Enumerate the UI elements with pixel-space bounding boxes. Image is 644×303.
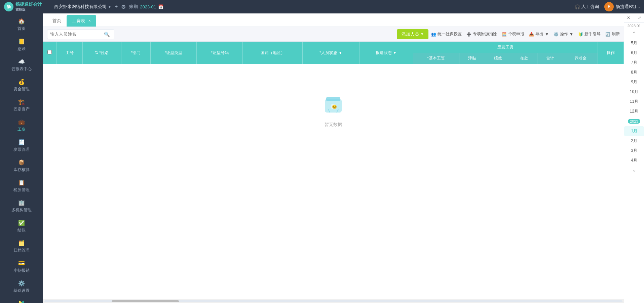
sidebar-item-fund[interactable]: 💰 资金管理 — [0, 75, 43, 95]
chevron-down-icon: ▼ — [108, 5, 111, 9]
toolbar: 🔍 添加人员 ▼ 👥 统一社保设置 ➕ 专项附加扣除 — [43, 27, 624, 42]
sidebar-label-settings: 基础设置 — [13, 288, 30, 294]
month-item-10[interactable]: 10月 — [624, 87, 644, 97]
app-name: 畅捷通好会计 旗舰版 — [15, 1, 42, 12]
add-person-button[interactable]: 添加人员 ▼ — [397, 29, 428, 39]
sidebar-item-ledger[interactable]: 📒 总账 — [0, 35, 43, 55]
month-item-2[interactable]: 2月 — [624, 136, 644, 146]
month-item-8[interactable]: 8月 — [624, 68, 644, 77]
export-icon: 📤 — [529, 32, 534, 37]
sidebar-label-salary: 工资 — [17, 127, 26, 132]
tax-icon: 📋 — [18, 179, 25, 186]
archive-icon: 🗂️ — [18, 240, 25, 246]
sidebar-item-invoice[interactable]: 🧾 发票管理 — [0, 136, 43, 156]
multi-org-icon: 🏢 — [18, 200, 25, 206]
top-bar-right: 🎧 人工咨询 B 畅捷通B组... — [575, 2, 640, 11]
personal-tax-button[interactable]: 🧮 个税申报 — [502, 31, 524, 37]
sidebar-item-inventory[interactable]: 📦 库存核算 — [0, 156, 43, 176]
month-item-5[interactable]: 5月 — [624, 38, 644, 48]
home-icon: 🏠 — [18, 18, 25, 25]
refresh-button[interactable]: 🔄 刷新 — [605, 31, 620, 37]
inventory-icon: 📦 — [18, 159, 25, 166]
sidebar-item-settings[interactable]: ⚙️ 基础设置 — [0, 277, 43, 297]
app-logo: 畅 畅捷通好会计 旗舰版 — [4, 1, 42, 12]
search-input[interactable] — [50, 32, 104, 37]
sidebar-item-cloud-report[interactable]: ☁️ 云报表中心 — [0, 55, 43, 75]
add-button-arrow: ▼ — [420, 32, 424, 36]
svg-text:😐: 😐 — [332, 104, 337, 109]
month-item-4[interactable]: 4月 — [624, 156, 644, 165]
panel-close-button[interactable]: ✕ — [627, 15, 630, 20]
scrollbar-area — [43, 299, 624, 303]
filter-icon2: ▼ — [393, 50, 397, 55]
month-item-11[interactable]: 11月 — [624, 97, 644, 106]
tab-salary-table[interactable]: 工资表 × — [67, 15, 96, 27]
next-year-button[interactable]: ⌄ — [631, 165, 638, 174]
th-deduction: 扣款 — [511, 53, 537, 64]
company-selector[interactable]: 西安虾米网络科技有限公司 ▼ — [54, 4, 111, 10]
scrollbar-track — [44, 300, 622, 302]
calendar-icon[interactable]: 📅 — [158, 4, 163, 9]
scrollbar-thumb[interactable] — [112, 300, 179, 302]
sidebar-label-checkout: 结账 — [17, 227, 26, 233]
month-item-7[interactable]: 7月 — [624, 58, 644, 68]
month-item-6[interactable]: 6月 — [624, 48, 644, 58]
toolbar-actions: 👥 统一社保设置 ➕ 专项附加扣除 🧮 个税申报 📤 导出 ▼ — [431, 31, 620, 37]
sidebar-item-salary[interactable]: 💼 工资 — [0, 116, 43, 136]
sidebar-label-home: 首页 — [17, 26, 26, 32]
th-performance: 绩效 — [485, 53, 511, 64]
export-button[interactable]: 📤 导出 ▼ — [529, 31, 549, 37]
th-actions: 操作 — [598, 42, 623, 64]
ledger-icon: 📒 — [18, 38, 25, 45]
sidebar-item-tax[interactable]: 📋 税务管理 — [0, 176, 43, 196]
panel-expand-button[interactable]: ⤢ — [638, 15, 641, 20]
th-base-salary: *基本工资 — [413, 53, 459, 64]
sidebar-item-home[interactable]: 🏠 首页 — [0, 15, 43, 35]
th-salary-group: 应发工资 — [413, 42, 598, 53]
headset-icon: 🎧 — [575, 4, 580, 9]
sidebar-item-multi-org[interactable]: 🏢 多机构管理 — [0, 196, 43, 216]
salary-table: 工号 ⇅ *姓名 *部门 *证型类型 *证型号码 国籍（地区） *人员状态 ▼ … — [43, 42, 624, 155]
month-item-9[interactable]: 9月 — [624, 77, 644, 87]
filter-icon: ▼ — [338, 50, 342, 55]
add-company-button[interactable]: + — [115, 4, 118, 10]
month-item-1[interactable]: 1月 — [624, 126, 644, 136]
prev-year-button[interactable]: ⌃ — [631, 29, 638, 38]
month-item-3[interactable]: 3月 — [624, 146, 644, 156]
operate-button[interactable]: ⚙️ 操作 ▼ — [554, 31, 573, 37]
support-button[interactable]: 🎧 人工咨询 — [575, 4, 599, 10]
settings-icon[interactable]: ⚙ — [121, 4, 126, 10]
empty-state-cell: 😐 暂无数据 — [43, 64, 624, 155]
content-area: 首页 工资表 × 🔍 添加人员 ▼ � — [43, 13, 624, 303]
sidebar-item-fixed-assets[interactable]: 🏗️ 固定资产 — [0, 95, 43, 116]
th-name: ⇅ *姓名 — [82, 42, 121, 64]
sidebar-label-multi-org: 多机构管理 — [11, 207, 32, 213]
sidebar-item-checkout[interactable]: ✅ 结账 — [0, 216, 43, 236]
search-icon: 🔍 — [104, 32, 110, 37]
user-menu[interactable]: B 畅捷通B组... — [604, 2, 640, 11]
sidebar-item-guide[interactable]: 🔰 新手引导 — [0, 297, 43, 303]
operate-icon: ⚙️ — [554, 32, 559, 37]
month-item-12[interactable]: 12月 — [624, 106, 644, 116]
tab-home[interactable]: 首页 — [47, 15, 67, 27]
settings-sidebar-icon: ⚙️ — [18, 280, 25, 287]
tab-bar: 首页 工资表 × — [43, 13, 624, 27]
current-period-display: 2023.01 — [628, 23, 641, 29]
empty-icon: 😐 — [320, 91, 347, 118]
social-security-button[interactable]: 👥 统一社保设置 — [431, 31, 462, 37]
th-cert-no: *证型号码 — [197, 42, 243, 64]
sidebar-item-expense[interactable]: 💳 小畅报销 — [0, 257, 43, 277]
select-all-checkbox[interactable] — [47, 50, 52, 54]
guide-toolbar-icon: 🔰 — [578, 32, 583, 37]
sidebar-label-archive: 归档管理 — [13, 248, 30, 253]
th-insurance: 养老金 — [563, 53, 598, 64]
sidebar-item-archive[interactable]: 🗂️ 归档管理 — [0, 236, 43, 257]
special-deduction-icon: ➕ — [466, 32, 471, 37]
guide-button[interactable]: 🔰 新手引导 — [578, 31, 601, 37]
special-deduction-button[interactable]: ➕ 专项附加扣除 — [466, 31, 497, 37]
fixed-assets-icon: 🏗️ — [18, 99, 25, 105]
tab-salary-label: 工资表 — [72, 18, 85, 23]
year-badge: 2023 — [628, 119, 640, 124]
refresh-icon: 🔄 — [605, 32, 610, 37]
tab-close-icon[interactable]: × — [88, 18, 91, 23]
